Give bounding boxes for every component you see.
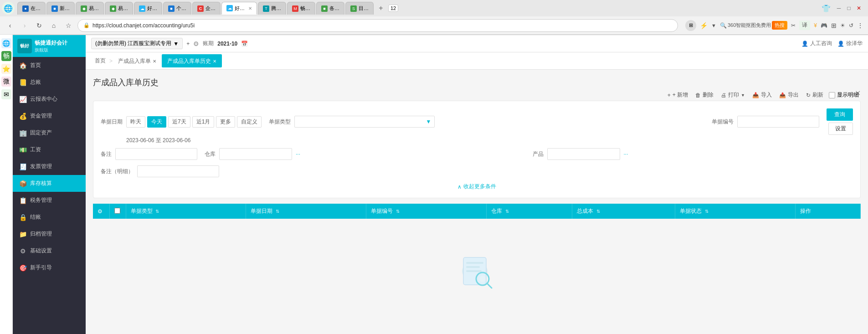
page-tab-list-close[interactable]: ✕ <box>153 59 156 64</box>
sort-icon-warehouse[interactable]: ⇅ <box>505 209 509 214</box>
nav-item-closing[interactable]: 🔒 结账 <box>13 209 86 226</box>
nav-item-funds[interactable]: 💰 资金管理 <box>13 108 86 124</box>
company-selector[interactable]: (勿删勿禁用) 江西服宝测试专用 ▼ <box>91 38 183 49</box>
col-voucher-type[interactable]: 单据类型 ⇅ <box>126 204 246 219</box>
app-icon-chanjet[interactable]: 畅 <box>1 51 11 61</box>
maximize-button[interactable]: □ <box>845 5 853 12</box>
nav-item-invoice[interactable]: 🧾 发票管理 <box>13 158 86 175</box>
theme-icon[interactable]: ☀ <box>840 22 845 29</box>
date-btn-more[interactable]: 更多 <box>216 116 235 128</box>
lightning-icon[interactable]: ⚡ <box>700 22 708 29</box>
query-button[interactable]: 查询 <box>827 108 853 121</box>
voucher-no-input[interactable] <box>737 116 819 128</box>
add-company-btn[interactable]: + <box>186 41 190 47</box>
translate-icon[interactable]: 译 <box>799 21 810 30</box>
nav-item-tax[interactable]: 📋 税务管理 <box>13 192 86 209</box>
app-icon-mail[interactable]: ✉ <box>1 89 11 99</box>
nav-item-inventory[interactable]: 📦 库存核算 <box>13 175 86 192</box>
sort-icon-voucher-date[interactable]: ⇅ <box>276 209 279 214</box>
more-icon[interactable]: ⋮ <box>857 22 863 29</box>
close-button[interactable]: ✕ <box>855 5 863 12</box>
nav-item-archive[interactable]: 📁 归档管理 <box>13 226 86 242</box>
tab-9[interactable]: M 畅… <box>287 2 315 15</box>
col-total-cost[interactable]: 总成本 ⇅ <box>572 204 675 219</box>
calendar-icon[interactable]: 📅 <box>241 41 248 47</box>
breadcrumb-home[interactable]: 首页 <box>91 55 109 67</box>
shirt-icon[interactable]: 👕 <box>820 4 832 13</box>
delete-button[interactable]: 🗑 删除 <box>693 90 715 100</box>
date-btn-custom[interactable]: 自定义 <box>237 116 262 128</box>
date-btn-yesterday[interactable]: 昨天 <box>126 116 145 128</box>
tab-7[interactable]: ☁ 好… ✕ <box>221 2 257 15</box>
sort-icon-total-cost[interactable]: ⇅ <box>596 209 600 214</box>
product-input[interactable] <box>547 148 620 160</box>
warehouse-input[interactable] <box>219 148 292 160</box>
app-icon-weibo[interactable]: 微 <box>1 77 11 87</box>
nav-item-home[interactable]: 🏠 首页 <box>13 57 86 74</box>
collapse-button[interactable]: ∧ 收起更多条件 <box>101 183 853 190</box>
user-profile[interactable]: 👤 徐泽华 <box>837 40 863 47</box>
back-button[interactable]: ‹ <box>5 20 15 31</box>
nav-item-payroll[interactable]: 💵 工资 <box>13 141 86 158</box>
help-button[interactable]: 👤 人工咨询 <box>801 40 832 47</box>
col-voucher-date[interactable]: 单据日期 ⇅ <box>246 204 366 219</box>
tab-5[interactable]: ■ 个… <box>163 2 191 15</box>
date-btn-1month[interactable]: 近1月 <box>192 116 215 128</box>
col-checkbox[interactable] <box>109 204 126 219</box>
col-voucher-no[interactable]: 单据编号 ⇅ <box>366 204 487 219</box>
dropdown-arrow[interactable]: ▼ <box>711 23 716 28</box>
select-all-checkbox[interactable] <box>114 208 120 214</box>
voucher-type-input[interactable] <box>294 116 435 128</box>
nav-item-ledger[interactable]: 📒 总账 <box>13 74 86 91</box>
apps-icon[interactable]: ⊞ <box>831 22 837 29</box>
tab-2[interactable]: ◆ 易… <box>76 2 104 15</box>
new-button[interactable]: + + 新增 <box>666 90 690 100</box>
export-button[interactable]: 📤 导出 <box>777 90 801 100</box>
product-dots[interactable]: ··· <box>624 151 628 157</box>
col-voucher-status[interactable]: 单据状态 ⇅ <box>675 204 796 219</box>
forward-button[interactable]: › <box>19 20 30 31</box>
home-button[interactable]: ⌂ <box>48 20 59 31</box>
nav-item-assets[interactable]: 🏢 固定资产 <box>13 124 86 141</box>
remark-detail-input[interactable] <box>137 165 219 177</box>
grid-icon[interactable]: ⊞ <box>685 20 696 31</box>
gamepad-icon[interactable]: 🎮 <box>821 22 827 29</box>
col-warehouse[interactable]: 仓库 ⇅ <box>487 204 572 219</box>
sort-icon-voucher-status[interactable]: ⇅ <box>705 209 709 214</box>
undo-icon[interactable]: ↺ <box>849 22 853 29</box>
reload-button[interactable]: ↻ <box>34 20 45 31</box>
sort-icon-voucher-type[interactable]: ⇅ <box>155 209 159 214</box>
nav-item-settings[interactable]: ⚙ 基础设置 <box>13 242 86 259</box>
new-tab-button[interactable]: + <box>375 2 387 15</box>
date-btn-today[interactable]: 今天 <box>147 116 166 128</box>
url-input[interactable]: 🔒 https://cloud.chanjet.com/accounting/u… <box>77 19 678 32</box>
tab-10[interactable]: ■ 各… <box>316 2 344 15</box>
nav-item-guide[interactable]: 🎯 新手引导 <box>13 259 86 276</box>
page-tab-list[interactable]: 产成品入库单 ✕ <box>113 54 162 67</box>
print-button[interactable]: 🖨 打印 ▼ <box>719 90 747 100</box>
tab-0[interactable]: ● 在… <box>17 2 46 15</box>
display-toggle[interactable]: 显示明细 <box>829 91 859 99</box>
tab-6[interactable]: C 企… <box>192 2 221 15</box>
tab-11[interactable]: S 目… <box>345 2 374 15</box>
search-box[interactable]: 🔍 360智能抠图免费用 热搜 <box>720 21 787 30</box>
app-icon-star[interactable]: ⭐ <box>1 64 11 74</box>
tab-close-7[interactable]: ✕ <box>248 6 252 11</box>
sort-icon-voucher-no[interactable]: ⇅ <box>396 209 400 214</box>
currency-icon[interactable]: ¥ <box>814 22 817 29</box>
minimize-button[interactable]: ─ <box>835 5 842 12</box>
page-tab-history-close[interactable]: ✕ <box>213 59 216 64</box>
voucher-type-dropdown-icon[interactable]: ▼ <box>426 118 431 125</box>
settings-gear-icon[interactable]: ⚙ <box>193 40 199 47</box>
import-button[interactable]: 📥 导入 <box>750 90 774 100</box>
settings-button[interactable]: 设置 <box>828 123 853 135</box>
page-tab-history[interactable]: 产成品入库单历史 ✕ <box>162 54 222 67</box>
browser-app-icon[interactable]: 🌐 <box>2 2 15 15</box>
column-settings-icon[interactable]: ⚙ <box>98 208 103 215</box>
tab-8[interactable]: T 腾… <box>258 2 286 15</box>
warehouse-dots[interactable]: ··· <box>296 151 300 157</box>
col-gear[interactable]: ⚙ <box>93 204 109 219</box>
bookmark-button[interactable]: ☆ <box>63 20 74 31</box>
tab-1[interactable]: ■ 新… <box>46 2 75 15</box>
app-icon-browser[interactable]: 🌐 <box>1 38 11 48</box>
